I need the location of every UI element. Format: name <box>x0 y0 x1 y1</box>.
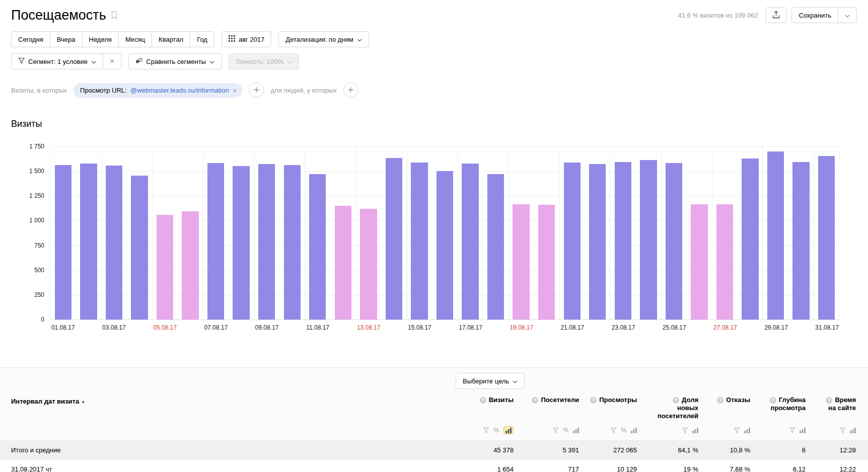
chart-bar[interactable] <box>360 209 377 320</box>
bookmark-icon[interactable] <box>111 11 117 19</box>
add-people-condition-button[interactable] <box>343 83 358 98</box>
help-icon[interactable]: ? <box>480 397 486 404</box>
period-button-2[interactable]: Неделя <box>82 31 119 47</box>
bar-chart-mode-icon[interactable] <box>744 428 750 433</box>
y-axis-tick-label: 0 <box>13 316 44 323</box>
chart-bar[interactable] <box>411 163 427 320</box>
percent-mode-icon[interactable]: % <box>563 427 568 434</box>
table-header-row: Интервал дат визита▼ ?Визиты?Посетители?… <box>0 392 868 420</box>
chart-bar[interactable] <box>207 163 224 320</box>
column-header-6[interactable]: ?Времяна сайте <box>806 396 856 412</box>
chart-bar[interactable] <box>80 164 97 320</box>
chart-bar[interactable] <box>309 174 326 320</box>
column-header-2[interactable]: ?Просмотры <box>579 396 637 404</box>
chart-bar[interactable] <box>615 162 631 320</box>
chevron-down-icon <box>845 12 850 19</box>
bar-chart-mode-icon[interactable] <box>850 428 856 433</box>
help-icon[interactable]: ? <box>717 397 724 404</box>
accuracy-button[interactable]: Точность: 100% <box>229 53 299 69</box>
chart-bar[interactable] <box>716 204 733 320</box>
detail-level-button[interactable]: Детализация: по дням <box>278 31 369 47</box>
chart-bar[interactable] <box>742 159 758 320</box>
filter-funnel-icon[interactable] <box>682 428 688 433</box>
totals-row: Итого и средние 45 3785 391272 06564,1 %… <box>0 441 868 459</box>
column-header-1[interactable]: ?Посетители <box>514 396 579 404</box>
filter-funnel-icon[interactable] <box>734 428 740 433</box>
chart-bar[interactable] <box>131 176 148 320</box>
column-header-0[interactable]: ?Визиты <box>453 396 514 404</box>
compare-segments-button[interactable]: Сравнить сегменты <box>128 53 222 69</box>
export-button[interactable] <box>766 7 786 23</box>
chart-bar[interactable] <box>386 158 402 320</box>
bar-slot <box>76 146 102 320</box>
totals-value-6: 12:28 <box>806 446 856 454</box>
filter-funnel-icon[interactable] <box>553 428 558 433</box>
month-picker-button[interactable]: авг 2017 <box>222 31 271 47</box>
chart-bar[interactable] <box>437 171 453 320</box>
period-button-4[interactable]: Квартал <box>152 31 190 47</box>
chart-bar[interactable] <box>487 174 504 320</box>
chart-bar[interactable] <box>182 211 198 320</box>
column-header-label: новых <box>637 404 698 412</box>
save-dropdown-button[interactable] <box>838 7 857 23</box>
help-icon[interactable]: ? <box>532 397 538 404</box>
help-icon[interactable]: ? <box>590 397 597 404</box>
choose-goal-button[interactable]: Выберите цель <box>456 373 525 389</box>
chart-bar[interactable] <box>55 165 71 320</box>
help-icon[interactable]: ? <box>826 397 832 404</box>
chart-bar[interactable] <box>284 165 301 320</box>
period-button-5[interactable]: Год <box>190 31 214 47</box>
bar-chart-mode-icon[interactable] <box>692 428 698 433</box>
chart-bar[interactable] <box>792 162 809 320</box>
column-header-date-interval[interactable]: Интервал дат визита▼ <box>11 396 453 405</box>
chart-bar[interactable] <box>691 204 707 320</box>
y-axis-tick-label: 1 000 <box>13 217 44 224</box>
filter-funnel-icon[interactable] <box>483 428 489 433</box>
period-button-1[interactable]: Вчера <box>50 31 83 47</box>
add-visit-condition-button[interactable] <box>249 83 264 98</box>
percent-mode-icon[interactable]: % <box>621 427 626 434</box>
segment-button[interactable]: Сегмент: 1 условие <box>11 53 103 69</box>
period-button-0[interactable]: Сегодня <box>11 31 50 47</box>
column-tools-5 <box>750 428 806 433</box>
visits-bar-chart: 02505007501 0001 2501 5001 750 01.08.170… <box>11 146 857 335</box>
filter-funnel-icon[interactable] <box>611 428 616 433</box>
filter-funnel-icon[interactable] <box>840 428 845 433</box>
remove-filter-icon[interactable]: × <box>233 87 237 94</box>
period-button-3[interactable]: Месяц <box>118 31 152 47</box>
column-header-3[interactable]: ?Доляновыхпосетителей <box>637 396 698 420</box>
chart-bar[interactable] <box>106 166 122 320</box>
percent-mode-icon[interactable]: % <box>493 427 499 434</box>
bar-slot <box>356 146 382 320</box>
row-value-5: 6,12 <box>750 465 806 472</box>
chip-url-value[interactable]: @webmaster.leads.su/information <box>130 87 229 94</box>
help-icon[interactable]: ? <box>673 397 679 404</box>
chart-bar[interactable] <box>818 156 835 320</box>
totals-value-3: 64,1 % <box>637 446 698 454</box>
chart-bar[interactable] <box>666 163 682 320</box>
chart-bar[interactable] <box>589 164 606 320</box>
chart-bar[interactable] <box>640 160 657 320</box>
help-icon[interactable]: ? <box>770 397 776 404</box>
column-header-4[interactable]: ?Отказы <box>698 396 750 404</box>
segment-clear-button[interactable]: × <box>103 53 121 69</box>
save-button[interactable]: Сохранить <box>791 7 838 23</box>
chart-bar[interactable] <box>462 164 478 320</box>
bar-chart-mode-icon-active[interactable] <box>503 426 514 434</box>
chart-bar[interactable] <box>564 163 581 320</box>
filter-funnel-icon[interactable] <box>789 428 795 433</box>
url-filter-chip[interactable]: Просмотр URL: @webmaster.leads.su/inform… <box>74 83 242 98</box>
bar-chart-mode-icon[interactable] <box>573 428 579 433</box>
chart-bar[interactable] <box>233 166 249 320</box>
metrika-report-page: Посещаемость 41,6 % визитов из 109 062 С… <box>0 0 868 335</box>
chart-bar[interactable] <box>157 215 173 320</box>
chart-bar[interactable] <box>258 164 275 320</box>
chart-bar[interactable] <box>538 205 555 320</box>
column-header-5[interactable]: ?Глубинапросмотра <box>750 396 806 412</box>
table-row[interactable]: 31.08.2017 чт1 65471710 12919 %7,68 %6,1… <box>0 459 868 472</box>
chart-bar[interactable] <box>335 206 351 320</box>
chart-bar[interactable] <box>767 151 784 320</box>
bar-chart-mode-icon[interactable] <box>800 428 806 433</box>
chart-bar[interactable] <box>513 204 529 320</box>
bar-chart-mode-icon[interactable] <box>631 428 637 433</box>
